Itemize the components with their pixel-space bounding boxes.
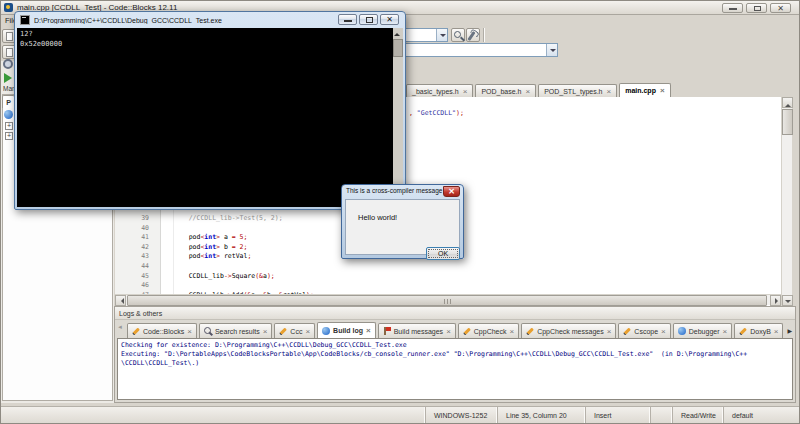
close-tab-icon[interactable] bbox=[187, 328, 192, 335]
console-close-button[interactable]: ✕ bbox=[380, 14, 399, 25]
sphere-icon bbox=[322, 327, 330, 335]
statusbar-filler bbox=[651, 407, 673, 424]
close-tab-icon[interactable] bbox=[509, 328, 514, 335]
close-tab-icon[interactable] bbox=[774, 328, 779, 335]
search-combo[interactable] bbox=[399, 28, 448, 42]
code-token: ); bbox=[456, 109, 464, 117]
close-tab-icon[interactable] bbox=[660, 87, 665, 94]
editor-tab-label: main.cpp bbox=[625, 87, 656, 94]
console-app-icon bbox=[20, 15, 30, 25]
console-maximize-button[interactable] bbox=[359, 14, 378, 25]
line-number: 44 bbox=[115, 262, 155, 272]
gear-icon[interactable] bbox=[3, 59, 13, 69]
build-target-combo[interactable] bbox=[403, 43, 558, 57]
code-token: pod bbox=[173, 252, 200, 260]
tabs-scroll-right-icon[interactable]: ▶ bbox=[787, 327, 792, 334]
console-scrollbar-thumb[interactable] bbox=[393, 39, 403, 57]
log-tab[interactable]: Build log bbox=[317, 322, 376, 338]
log-tab-label: CppCheck messages bbox=[537, 328, 604, 335]
minimize-button[interactable] bbox=[722, 3, 743, 13]
code-line: 45 CCDLL_lib->Square(&a); bbox=[115, 272, 781, 282]
workspace-icon[interactable] bbox=[4, 110, 13, 119]
code-token: , bbox=[409, 109, 417, 117]
log-tab-label: DoxyB bbox=[750, 328, 771, 335]
restore-button[interactable] bbox=[746, 3, 767, 13]
hscrollbar-thumb[interactable] bbox=[127, 295, 767, 306]
console-output-lines: 12?0x52e00000 bbox=[17, 28, 403, 49]
log-tab[interactable]: Code::Blocks bbox=[127, 323, 197, 338]
code-token: retVal bbox=[220, 252, 247, 260]
logs-caption[interactable]: Logs & others bbox=[115, 307, 795, 320]
build-log-line: Executing: "D:\PortableApps\CodeBlocksPo… bbox=[118, 350, 792, 359]
editor-tab[interactable]: POD_STL_types.h bbox=[538, 84, 617, 97]
console-window[interactable]: D:\Programming\C++\CCDLL\Debug_GCC\CCDLL… bbox=[14, 11, 406, 210]
ok-button[interactable]: OK bbox=[426, 247, 460, 260]
run-icon[interactable] bbox=[4, 73, 12, 83]
dialog-close-button[interactable]: ✕ bbox=[443, 186, 460, 197]
build-log-output[interactable]: Checking for existence: D:\Programming\C… bbox=[117, 338, 793, 400]
log-tab[interactable]: CppCheck bbox=[458, 323, 519, 338]
scroll-down-icon[interactable] bbox=[782, 295, 793, 306]
console-output-area[interactable]: 12?0x52e00000 bbox=[17, 28, 403, 207]
logs-tabbar: ◄ Code::BlocksSearch resultsCccBuild log… bbox=[115, 320, 795, 338]
code-text: pod<int> retVal; bbox=[173, 252, 251, 262]
pencil-icon bbox=[132, 327, 140, 335]
console-scrollbar[interactable] bbox=[393, 28, 403, 207]
restore-icon bbox=[754, 6, 761, 11]
close-tab-icon[interactable] bbox=[305, 328, 310, 335]
vscrollbar-thumb[interactable] bbox=[782, 109, 793, 135]
log-tab[interactable]: Ccc bbox=[274, 323, 315, 338]
code-text: CCDLL_lib->Square(&a); bbox=[173, 272, 275, 282]
log-tab-label: Debugger bbox=[689, 328, 720, 335]
chevron-down-icon[interactable] bbox=[436, 29, 447, 41]
editor-tab[interactable]: POD_base.h bbox=[475, 84, 536, 97]
console-title: D:\Programming\C++\CCDLL\Debug_GCC\CCDLL… bbox=[34, 17, 222, 24]
log-tab[interactable]: Build messages bbox=[378, 323, 456, 338]
code-token: pod bbox=[173, 243, 200, 251]
log-tab-label: CppCheck bbox=[474, 328, 507, 335]
vertical-scrollbar[interactable] bbox=[781, 97, 792, 306]
log-tab-label: Build messages bbox=[394, 328, 443, 335]
options-button[interactable] bbox=[466, 28, 480, 42]
horizontal-scrollbar[interactable] bbox=[115, 294, 781, 305]
message-dialog[interactable]: This is a cross-compiler message ✕ Hello… bbox=[341, 184, 464, 259]
sphere-icon bbox=[678, 327, 686, 335]
log-tab[interactable]: Search results bbox=[199, 323, 272, 338]
code-token: "GetCCDLL" bbox=[417, 109, 456, 117]
find-button[interactable] bbox=[451, 28, 465, 42]
scroll-up-icon[interactable] bbox=[782, 97, 793, 108]
file-icon bbox=[6, 32, 13, 41]
close-tab-icon[interactable] bbox=[463, 88, 468, 95]
log-tab[interactable]: Debugger bbox=[673, 323, 732, 338]
editor-tab[interactable]: _basic_types.h bbox=[406, 84, 473, 97]
log-tab[interactable]: Cscope bbox=[618, 323, 670, 338]
code-token: -> bbox=[224, 272, 232, 280]
statusbar: WINDOWS-1252 Line 35, Column 20 Insert R… bbox=[1, 406, 800, 424]
tree-expand-icon[interactable]: + bbox=[5, 132, 13, 140]
close-tab-icon[interactable] bbox=[607, 328, 612, 335]
wrench-icon bbox=[467, 31, 475, 41]
close-tab-icon[interactable] bbox=[366, 327, 371, 334]
scroll-left-icon[interactable] bbox=[115, 295, 126, 306]
log-tab[interactable]: CppCheck messages bbox=[521, 323, 616, 338]
minimize-icon bbox=[729, 8, 737, 10]
pencil-icon bbox=[279, 327, 287, 335]
close-tab-icon[interactable] bbox=[525, 88, 530, 95]
chevron-down-icon[interactable] bbox=[546, 44, 557, 56]
editor-tab[interactable]: main.cpp bbox=[619, 83, 670, 97]
tree-expand-icon[interactable]: + bbox=[5, 122, 13, 130]
code-token: b bbox=[220, 243, 232, 251]
scroll-up-icon[interactable] bbox=[393, 28, 403, 38]
scroll-right-icon[interactable] bbox=[770, 295, 781, 306]
code-text: //CCDLL_lib->Test(5, 2); bbox=[173, 214, 283, 224]
log-tab[interactable]: DoxyB bbox=[734, 323, 783, 338]
close-tab-icon[interactable] bbox=[661, 328, 666, 335]
close-button[interactable]: ✕ bbox=[770, 3, 791, 13]
close-tab-icon[interactable] bbox=[607, 88, 612, 95]
tabs-scroll-left-icon[interactable]: ◄ bbox=[117, 324, 123, 330]
close-tab-icon[interactable] bbox=[263, 328, 268, 335]
console-minimize-button[interactable] bbox=[338, 14, 357, 25]
close-tab-icon[interactable] bbox=[446, 328, 451, 335]
close-tab-icon[interactable] bbox=[723, 328, 728, 335]
line-number: 45 bbox=[115, 272, 155, 282]
